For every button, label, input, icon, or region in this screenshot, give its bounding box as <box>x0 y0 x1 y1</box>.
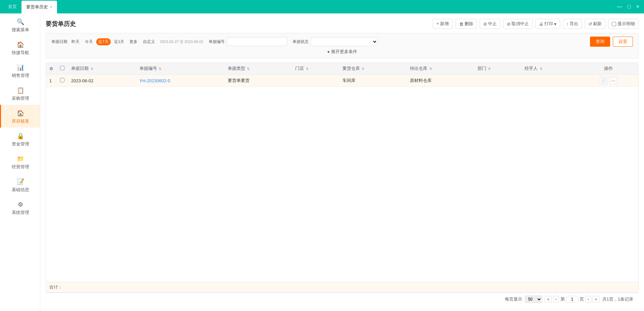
query-btn[interactable]: 查询 <box>590 37 610 47</box>
col-date-sort[interactable]: ⇅ <box>91 67 93 71</box>
settings-btn[interactable]: 设置 <box>613 37 633 47</box>
date-opt-custom[interactable]: 自定义 <box>141 38 157 45</box>
page-label: 第 <box>560 296 565 302</box>
table-row: 1 2023-06-02 YH-20230602-0 要货单要货 车间库 原材料… <box>46 75 638 87</box>
system-icon: ⚙ <box>18 201 23 208</box>
date-opt-more[interactable]: 更多 <box>127 38 140 45</box>
tab-close-icon[interactable]: × <box>50 5 52 9</box>
date-opt-1month[interactable]: 近1月 <box>112 38 126 45</box>
first-page-btn[interactable]: « <box>545 296 552 303</box>
cell-checkbox <box>57 75 68 87</box>
col-order-type-label: 单据类型 <box>228 66 245 71</box>
display-detail-checkbox[interactable] <box>612 22 616 26</box>
date-opt-7days[interactable]: 近7天 <box>96 38 111 45</box>
sidebar-item-quick-nav[interactable]: 🏠 快捷导航 <box>0 36 40 59</box>
filter-row: 单据日期 昨天 今天 近7天 近1月 更多 自定义 2023-05-27 至 2… <box>51 37 633 47</box>
cell-date: 2023-06-02 <box>68 75 136 87</box>
export-icon: ↑ <box>567 21 569 27</box>
data-table: ⚙ 单据日期 ⇅ 单据编号 ⇅ 单据类型 <box>46 63 638 87</box>
row-view-btn[interactable]: 📄 <box>600 77 607 84</box>
page-end-label: 页 <box>580 296 584 302</box>
delete-icon: 🗑 <box>459 21 464 27</box>
filter-actions: 查询 设置 <box>590 37 633 47</box>
sidebar-item-operations[interactable]: 📁 经营管理 <box>0 150 40 173</box>
order-no-link[interactable]: YH-20230602-0 <box>140 78 170 83</box>
refresh-btn[interactable]: ↺ 刷新 <box>585 19 605 29</box>
col-handler-sort[interactable]: ⇅ <box>540 67 542 71</box>
col-pending-warehouse-sort[interactable]: ⇅ <box>429 67 432 71</box>
stop-btn[interactable]: ⊘ 中止 <box>480 19 500 29</box>
toolbar: + 新增 🗑 删除 ⊘ 中止 ⊘ 取消中止 🖨 打印 ▾ <box>433 19 639 29</box>
cell-operation: 📄 ⋯ <box>579 75 638 87</box>
col-department-sort[interactable]: ⇅ <box>488 67 491 71</box>
filter-order-no-item: 单据编号 <box>209 37 287 46</box>
sidebar-label-quick-nav: 快捷导航 <box>12 50 29 56</box>
filter-status-label: 单据状态 <box>292 39 309 45</box>
inventory-icon: 🏠 <box>17 109 24 117</box>
row-checkbox[interactable] <box>60 78 64 82</box>
export-btn[interactable]: ↑ 导出 <box>563 19 582 29</box>
table-footer-label: 合计： <box>49 284 62 290</box>
close-window-btn[interactable]: × <box>635 3 641 10</box>
date-opt-today[interactable]: 今天 <box>83 38 95 45</box>
maximize-btn[interactable]: □ <box>626 3 632 10</box>
col-order-type-sort[interactable]: ⇅ <box>247 67 250 71</box>
quick-nav-icon: 🏠 <box>17 41 24 48</box>
tab-home[interactable]: 首页 <box>3 0 21 13</box>
query-btn-label: 查询 <box>596 39 604 45</box>
display-detail-toggle[interactable]: 显示明细 <box>608 19 639 29</box>
sidebar-item-search-menu[interactable]: 🔍 搜索菜单 <box>0 13 40 36</box>
sales-icon: 📊 <box>17 64 24 71</box>
new-btn[interactable]: + 新增 <box>433 19 452 29</box>
filter-status-item: 单据状态 <box>292 37 378 46</box>
per-page-select[interactable]: 50 100 200 <box>525 296 542 303</box>
top-bar: 首页 要货单历史 × — □ × <box>0 0 644 13</box>
prev-page-btn[interactable]: ‹ <box>553 296 559 303</box>
last-page-btn[interactable]: » <box>593 296 600 303</box>
sidebar-item-sales[interactable]: 📊 销售管理 <box>0 59 40 82</box>
col-order-no-label: 单据编号 <box>140 66 157 71</box>
page-title: 要货单历史 <box>46 20 76 28</box>
new-btn-label: + 新增 <box>436 21 449 27</box>
cell-order-type: 要货单要货 <box>224 75 292 87</box>
cancel-stop-btn[interactable]: ⊘ 取消中止 <box>503 19 533 29</box>
col-req-warehouse-sort[interactable]: ⇅ <box>362 67 364 71</box>
table-settings-col[interactable]: ⚙ <box>46 63 57 75</box>
sidebar-item-system[interactable]: ⚙ 系统管理 <box>0 196 40 219</box>
col-order-no-sort[interactable]: ⇅ <box>159 67 161 71</box>
col-pending-warehouse: 待出仓库 ⇅ <box>407 63 474 75</box>
select-all-checkbox[interactable] <box>60 66 64 70</box>
col-order-type: 单据类型 ⇅ <box>224 63 292 75</box>
col-req-warehouse: 要货仓库 ⇅ <box>339 63 407 75</box>
sidebar-item-basic[interactable]: 📝 基础信息 <box>0 173 40 196</box>
expand-more-icon: ▾ <box>327 49 330 54</box>
minimize-btn[interactable]: — <box>615 3 624 10</box>
date-opt-yesterday[interactable]: 昨天 <box>69 38 82 45</box>
basic-icon: 📝 <box>17 178 24 185</box>
sidebar-item-finance[interactable]: 🔒 资金管理 <box>0 128 40 150</box>
print-btn[interactable]: 🖨 打印 ▾ <box>535 19 560 29</box>
filter-order-no-label: 单据编号 <box>209 39 225 45</box>
page-number-input[interactable] <box>566 296 578 303</box>
sidebar-item-purchase[interactable]: 📋 采购管理 <box>0 82 40 105</box>
sidebar-item-inventory[interactable]: 🏠 库存核算 <box>0 105 40 128</box>
expand-more-label: 展开更多条件 <box>331 49 357 55</box>
col-date: 单据日期 ⇅ <box>68 63 136 75</box>
sidebar-label-operations: 经营管理 <box>12 164 29 170</box>
delete-btn[interactable]: 🗑 删除 <box>455 19 477 29</box>
col-handler-label: 经手人 <box>525 66 538 71</box>
col-req-warehouse-label: 要货仓库 <box>342 66 360 71</box>
col-pending-warehouse-label: 待出仓库 <box>410 66 427 71</box>
filter-order-no-input[interactable] <box>227 37 287 46</box>
refresh-icon: ↺ <box>588 21 592 27</box>
cancel-stop-icon: ⊘ <box>507 21 511 27</box>
col-store-sort[interactable]: ⇅ <box>306 67 309 71</box>
table-header-row: ⚙ 单据日期 ⇅ 单据编号 ⇅ 单据类型 <box>46 63 638 75</box>
tab-active[interactable]: 要货单历史 × <box>21 1 57 13</box>
tab-home-label: 首页 <box>8 4 17 10</box>
settings-btn-label: 设置 <box>619 39 627 45</box>
filter-status-select[interactable] <box>311 37 378 46</box>
row-more-btn[interactable]: ⋯ <box>610 77 617 84</box>
next-page-btn[interactable]: › <box>585 296 591 303</box>
expand-more-btn[interactable]: ▾ 展开更多条件 <box>51 49 633 55</box>
